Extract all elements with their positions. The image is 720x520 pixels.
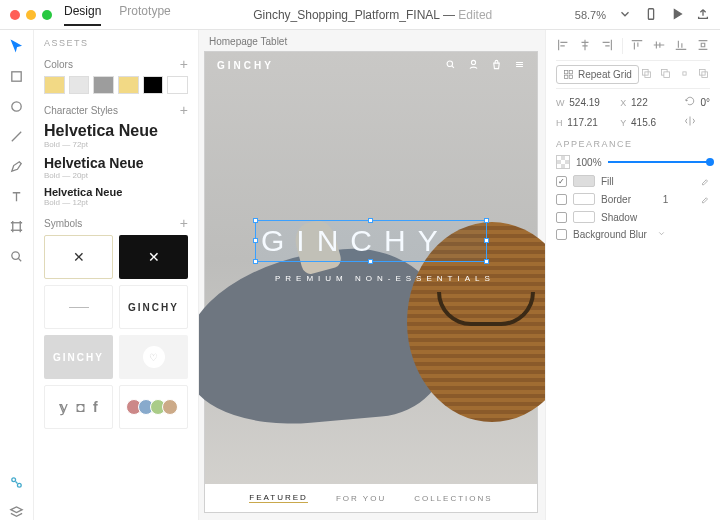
artboard-header: GINCHY <box>205 52 537 78</box>
svg-point-8 <box>471 60 475 64</box>
minimize-window-icon[interactable] <box>26 10 36 20</box>
symbol-item[interactable] <box>119 385 188 429</box>
selection-box[interactable] <box>255 220 487 262</box>
char-meta: Bold — 12pt <box>44 198 188 207</box>
char-style[interactable]: Helvetica NeueBold — 20pt <box>44 155 188 180</box>
share-icon[interactable] <box>696 7 710 23</box>
maximize-window-icon[interactable] <box>42 10 52 20</box>
swatch[interactable] <box>69 76 90 94</box>
svg-point-5 <box>12 477 16 481</box>
artboard-nav: FEATURED FOR YOU COLLECTIONS <box>205 484 537 512</box>
close-window-icon[interactable] <box>10 10 20 20</box>
search-icon <box>445 59 456 72</box>
canvas[interactable]: Homepage Tablet GINCHY GINCHY PREMI <box>199 30 545 520</box>
user-icon <box>468 59 479 72</box>
add-color-icon[interactable]: + <box>180 56 188 72</box>
rotate-icon[interactable] <box>684 95 696 109</box>
symbol-item[interactable]: GINCHY <box>44 335 113 379</box>
chevron-down-icon[interactable] <box>618 7 632 23</box>
opacity-icon <box>556 155 570 169</box>
symbol-item[interactable] <box>44 285 113 329</box>
border-row: Border 1 <box>556 193 710 205</box>
x-field[interactable]: 122 <box>631 97 648 108</box>
boolean-add-icon[interactable] <box>640 67 653 82</box>
border-color-chip[interactable] <box>573 193 595 205</box>
opacity-value[interactable]: 100% <box>576 157 602 168</box>
ellipse-tool-icon[interactable] <box>9 98 25 114</box>
select-tool-icon[interactable] <box>9 38 25 54</box>
align-center-h-icon[interactable] <box>578 38 592 54</box>
symbol-item[interactable]: ♡ <box>119 335 188 379</box>
zoom-tool-icon[interactable] <box>9 248 25 264</box>
blur-row: Background Blur <box>556 229 710 240</box>
layers-panel-icon[interactable] <box>9 504 25 520</box>
symbol-item[interactable]: ✕ <box>44 235 113 279</box>
symbol-grid: ✕ ✕ GINCHY GINCHY ♡ 𝕪◘f <box>44 235 188 429</box>
fill-color-chip[interactable] <box>573 175 595 187</box>
shadow-label: Shadow <box>601 212 637 223</box>
artboard-tool-icon[interactable] <box>9 218 25 234</box>
shadow-checkbox[interactable] <box>556 212 567 223</box>
mode-tabs: Design Prototype <box>64 4 171 26</box>
swatch[interactable] <box>143 76 164 94</box>
tab-prototype[interactable]: Prototype <box>119 4 170 26</box>
shadow-color-chip[interactable] <box>573 211 595 223</box>
eyedropper-icon[interactable] <box>700 194 710 204</box>
pen-tool-icon[interactable] <box>9 158 25 174</box>
transform-section: W 524.19 X 122 0° H 117.21 Y 415.6 <box>556 95 710 129</box>
boolean-exclude-icon[interactable] <box>697 67 710 82</box>
align-left-icon[interactable] <box>556 38 570 54</box>
boolean-intersect-icon[interactable] <box>678 67 691 82</box>
svg-point-4 <box>12 251 20 259</box>
text-tool-icon[interactable] <box>9 188 25 204</box>
svg-rect-0 <box>648 8 653 19</box>
border-checkbox[interactable] <box>556 194 567 205</box>
titlebar-right: 58.7% <box>575 7 710 23</box>
swatch[interactable] <box>118 76 139 94</box>
add-symbol-icon[interactable]: + <box>180 215 188 231</box>
symbol-item[interactable]: GINCHY <box>119 285 188 329</box>
align-bottom-icon[interactable] <box>674 38 688 54</box>
flip-h-icon[interactable] <box>684 118 696 129</box>
align-top-icon[interactable] <box>630 38 644 54</box>
tab-design[interactable]: Design <box>64 4 101 26</box>
align-middle-icon[interactable] <box>652 38 666 54</box>
char-style[interactable]: Helvetica NeueBold — 12pt <box>44 186 188 207</box>
char-name: Helvetica Neue <box>44 155 188 171</box>
play-icon[interactable] <box>670 7 684 23</box>
fill-checkbox[interactable]: ✓ <box>556 176 567 187</box>
repeat-grid-button[interactable]: Repeat Grid <box>556 65 639 84</box>
zoom-level[interactable]: 58.7% <box>575 9 606 21</box>
eyedropper-icon[interactable] <box>700 176 710 186</box>
width-field[interactable]: 524.19 <box>569 97 600 108</box>
blur-checkbox[interactable] <box>556 229 567 240</box>
add-charstyle-icon[interactable]: + <box>180 102 188 118</box>
rotation-field[interactable]: 0° <box>700 97 710 108</box>
char-section-label: Character Styles <box>44 105 118 116</box>
swatch[interactable] <box>93 76 114 94</box>
symbol-item[interactable]: ✕ <box>119 235 188 279</box>
chevron-down-icon[interactable] <box>657 229 666 240</box>
assets-panel: ASSETS Colors+ Character Styles+ Helveti… <box>34 30 199 520</box>
device-preview-icon[interactable] <box>644 7 658 23</box>
doc-status: Edited <box>458 8 492 22</box>
swatch[interactable] <box>167 76 188 94</box>
char-style[interactable]: Helvetica NeueBold — 72pt <box>44 122 188 149</box>
artboard[interactable]: GINCHY GINCHY PREMIUM NON-ESSENTIALS FE <box>205 52 537 512</box>
artboard-label[interactable]: Homepage Tablet <box>209 36 287 47</box>
opacity-slider[interactable] <box>608 161 710 163</box>
boolean-subtract-icon[interactable] <box>659 67 672 82</box>
distribute-icon[interactable] <box>696 38 710 54</box>
height-field[interactable]: 117.21 <box>567 117 598 128</box>
color-swatches <box>44 76 188 94</box>
assets-panel-icon[interactable] <box>9 474 25 490</box>
align-right-icon[interactable] <box>600 38 614 54</box>
line-tool-icon[interactable] <box>9 128 25 144</box>
y-field[interactable]: 415.6 <box>631 117 656 128</box>
border-width-field[interactable]: 1 <box>663 194 669 205</box>
tool-rail <box>0 30 34 520</box>
swatch[interactable] <box>44 76 65 94</box>
colors-section-label: Colors <box>44 59 73 70</box>
rectangle-tool-icon[interactable] <box>9 68 25 84</box>
symbol-item[interactable]: 𝕪◘f <box>44 385 113 429</box>
